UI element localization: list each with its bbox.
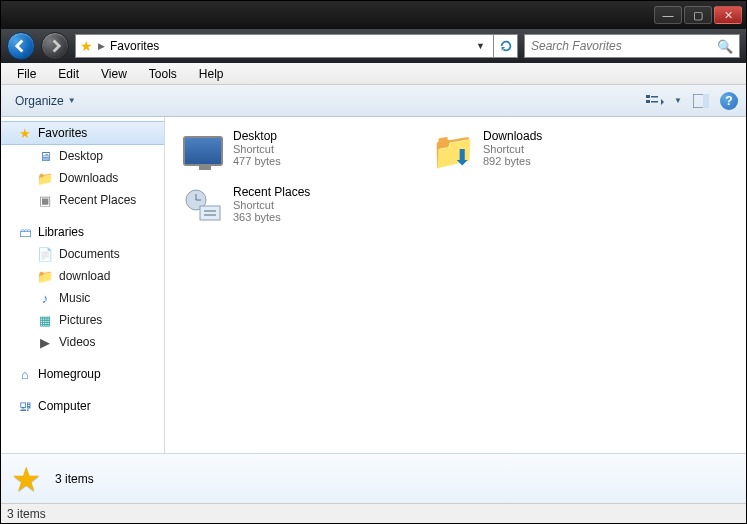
sidebar-item-music[interactable]: ♪Music xyxy=(1,287,164,309)
search-box[interactable]: 🔍 xyxy=(524,34,740,58)
pictures-icon: ▦ xyxy=(37,312,53,328)
item-view[interactable]: Desktop Shortcut 477 bytes 📁⬇ Downloads … xyxy=(165,117,746,453)
star-icon: ★ xyxy=(80,38,93,54)
chevron-right-icon: ▶ xyxy=(98,41,105,51)
help-button[interactable]: ? xyxy=(720,92,738,110)
item-size: 477 bytes xyxy=(233,155,281,167)
svg-rect-8 xyxy=(204,210,216,212)
back-button[interactable] xyxy=(7,32,35,60)
chevron-down-icon: ▼ xyxy=(68,96,76,105)
details-pane: ★ 3 items xyxy=(1,453,746,503)
nav-bar: ★ ▶ Favorites ▼ 🔍 xyxy=(1,29,746,63)
desktop-icon xyxy=(181,129,225,173)
minimize-button[interactable]: — xyxy=(654,6,682,24)
address-location: Favorites xyxy=(110,39,159,53)
item-desktop[interactable]: Desktop Shortcut 477 bytes xyxy=(179,127,409,175)
recent-icon: ▣ xyxy=(37,192,53,208)
sidebar-favorites-header[interactable]: ★ Favorites xyxy=(1,121,164,145)
item-name: Desktop xyxy=(233,129,281,143)
svg-rect-7 xyxy=(200,206,220,220)
command-bar: Organize ▼ ▼ ? xyxy=(1,85,746,117)
view-options-button[interactable] xyxy=(644,90,666,112)
chevron-down-icon[interactable]: ▼ xyxy=(674,96,682,105)
item-type: Shortcut xyxy=(233,199,310,211)
sidebar-item-recent-places[interactable]: ▣Recent Places xyxy=(1,189,164,211)
item-downloads[interactable]: 📁⬇ Downloads Shortcut 892 bytes xyxy=(429,127,659,175)
body-area: ★ Favorites 🖥Desktop 📁Downloads ▣Recent … xyxy=(1,117,746,453)
sidebar-item-videos[interactable]: ▶Videos xyxy=(1,331,164,353)
navigation-pane[interactable]: ★ Favorites 🖥Desktop 📁Downloads ▣Recent … xyxy=(1,117,165,453)
item-type: Shortcut xyxy=(233,143,281,155)
search-input[interactable] xyxy=(531,39,717,53)
organize-label: Organize xyxy=(15,94,64,108)
item-type: Shortcut xyxy=(483,143,542,155)
status-bar: 3 items xyxy=(1,503,746,523)
sidebar-item-download[interactable]: 📁download xyxy=(1,265,164,287)
item-size: 363 bytes xyxy=(233,211,310,223)
desktop-icon: 🖥 xyxy=(37,148,53,164)
forward-button[interactable] xyxy=(41,32,69,60)
down-arrow-icon: ⬇ xyxy=(453,145,471,171)
item-name: Downloads xyxy=(483,129,542,143)
folder-icon: 📁 xyxy=(37,170,53,186)
downloads-folder-icon: 📁⬇ xyxy=(431,129,475,173)
sidebar-computer-header[interactable]: 🖳 Computer xyxy=(1,395,164,417)
item-name: Recent Places xyxy=(233,185,310,199)
details-summary: 3 items xyxy=(55,472,94,486)
title-bar: — ▢ ✕ xyxy=(1,1,746,29)
svg-rect-9 xyxy=(204,214,216,216)
menu-help[interactable]: Help xyxy=(189,65,234,83)
sidebar-label: Homegroup xyxy=(38,367,101,381)
svg-rect-0 xyxy=(646,95,650,98)
item-recent-places[interactable]: Recent Places Shortcut 363 bytes xyxy=(179,183,409,231)
music-icon: ♪ xyxy=(37,290,53,306)
sidebar-label: Computer xyxy=(38,399,91,413)
explorer-window: — ▢ ✕ ★ ▶ Favorites ▼ 🔍 File Edit View T… xyxy=(0,0,747,524)
homegroup-icon: ⌂ xyxy=(17,366,33,382)
sidebar-item-downloads[interactable]: 📁Downloads xyxy=(1,167,164,189)
item-size: 892 bytes xyxy=(483,155,542,167)
organize-menu-button[interactable]: Organize ▼ xyxy=(9,91,82,111)
maximize-button[interactable]: ▢ xyxy=(684,6,712,24)
sidebar-item-desktop[interactable]: 🖥Desktop xyxy=(1,145,164,167)
menu-edit[interactable]: Edit xyxy=(48,65,89,83)
menu-bar: File Edit View Tools Help xyxy=(1,63,746,85)
preview-pane-button[interactable] xyxy=(690,90,712,112)
refresh-button[interactable] xyxy=(494,34,518,58)
sidebar-homegroup-header[interactable]: ⌂ Homegroup xyxy=(1,363,164,385)
sidebar-item-documents[interactable]: 📄Documents xyxy=(1,243,164,265)
sidebar-item-pictures[interactable]: ▦Pictures xyxy=(1,309,164,331)
star-icon: ★ xyxy=(17,125,33,141)
star-icon: ★ xyxy=(11,459,41,499)
menu-tools[interactable]: Tools xyxy=(139,65,187,83)
folder-icon: 📁 xyxy=(37,268,53,284)
recent-places-icon xyxy=(181,185,225,229)
close-button[interactable]: ✕ xyxy=(714,6,742,24)
document-icon: 📄 xyxy=(37,246,53,262)
status-text: 3 items xyxy=(7,507,46,521)
libraries-icon: 🗃 xyxy=(17,224,33,240)
menu-file[interactable]: File xyxy=(7,65,46,83)
videos-icon: ▶ xyxy=(37,334,53,350)
menu-view[interactable]: View xyxy=(91,65,137,83)
sidebar-libraries-header[interactable]: 🗃 Libraries xyxy=(1,221,164,243)
svg-rect-1 xyxy=(651,96,658,98)
svg-rect-5 xyxy=(703,94,709,108)
svg-rect-3 xyxy=(651,101,658,103)
search-icon[interactable]: 🔍 xyxy=(717,39,733,54)
sidebar-label: Favorites xyxy=(38,126,87,140)
address-dropdown-icon[interactable]: ▼ xyxy=(472,41,489,51)
svg-rect-2 xyxy=(646,100,650,103)
sidebar-label: Libraries xyxy=(38,225,84,239)
address-bar[interactable]: ★ ▶ Favorites ▼ xyxy=(75,34,494,58)
computer-icon: 🖳 xyxy=(17,398,33,414)
